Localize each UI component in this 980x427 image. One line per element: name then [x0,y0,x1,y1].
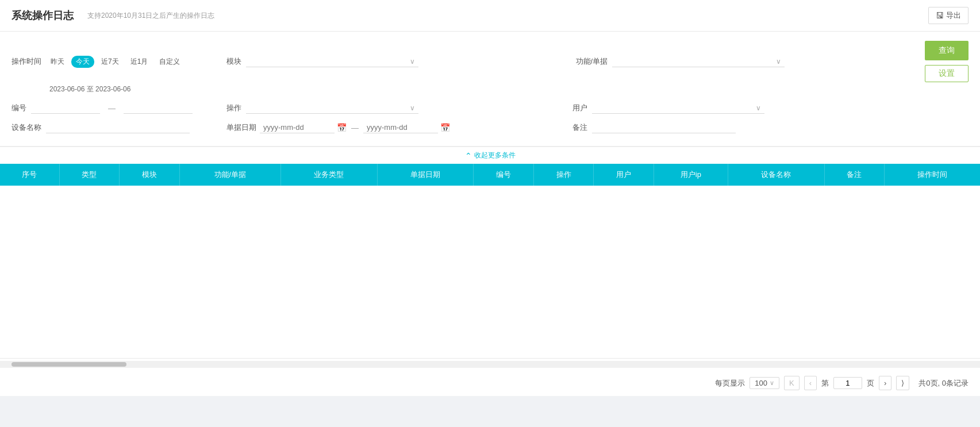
operation-label: 操作 [226,103,241,113]
col-voucher-date: 单据日期 [377,164,474,186]
col-module: 模块 [120,164,179,186]
device-input[interactable] [46,122,190,133]
date-end-input[interactable] [363,122,438,133]
col-biz-type: 业务类型 [281,164,378,186]
page-size-label: 每页显示 [715,378,745,388]
collapse-bar[interactable]: ⌃ 收起更多条件 [0,147,980,164]
export-icon: 🖫 [936,11,944,20]
module-filter: 模块 ∨ [226,56,562,67]
col-function: 功能/单据 [179,164,280,186]
module-select[interactable]: ∨ [246,56,418,67]
time-filter: 操作时间 昨天 今天 近7天 近1月 自定义 [11,56,213,68]
col-user: 用户 [594,164,654,186]
user-select[interactable]: ∨ [592,103,764,114]
empty-area [0,186,980,358]
collapse-up-icon: ⌃ [465,151,472,160]
page-size-select[interactable]: 100 ∨ [750,377,779,389]
time-option-7days[interactable]: 近7天 [97,56,124,68]
last-page-button[interactable]: ⟩ [896,376,909,390]
number-label: 编号 [11,103,26,113]
time-label: 操作时间 [11,56,41,67]
page-header: 系统操作日志 支持2020年10月31日之后产生的操作日志 🖫 导出 [0,0,980,32]
number-start-input[interactable] [31,102,100,114]
col-user-ip: 用户ip [654,164,728,186]
pagination-bar: 每页显示 100 ∨ K ‹ 第 页 › ⟩ 共0页, 0条记录 [0,370,980,396]
horizontal-scrollbar[interactable] [0,361,980,368]
setting-button[interactable]: 设置 [925,65,969,82]
remark-filter: 备注 [572,122,905,133]
prev-page-button[interactable]: ‹ [804,376,817,390]
chevron-down-icon4: ∨ [756,104,761,112]
operation-filter: 操作 ∨ [226,103,559,114]
function-filter: 功能/单据 ∨ [576,56,912,67]
time-option-custom[interactable]: 自定义 [155,56,185,68]
function-select[interactable]: ∨ [612,56,785,67]
voucher-date-filter: 单据日期 📅 — 📅 [226,122,559,133]
collapse-label: 收起更多条件 [474,151,516,160]
page-end-label: 页 [867,378,874,388]
export-button[interactable]: 🖫 导出 [928,7,969,24]
remark-label: 备注 [572,122,587,133]
chevron-down-icon: ∨ [410,57,415,66]
date-range-display: 2023-06-06 至 2023-06-06 [49,85,130,93]
date-range-input: 📅 — 📅 [260,122,450,133]
filter-area: 操作时间 昨天 今天 近7天 近1月 自定义 模块 ∨ 功能/单据 ∨ [0,32,980,147]
date-separator: — [351,124,359,132]
first-page-button[interactable]: K [784,376,800,390]
page-number-input[interactable] [833,377,862,389]
number-dash: — [108,104,116,113]
time-option-today[interactable]: 今天 [71,56,94,68]
time-options: 昨天 今天 近7天 近1月 自定义 [46,56,185,68]
user-label: 用户 [572,103,587,113]
device-filter: 设备名称 [11,122,213,133]
operation-select[interactable]: ∨ [246,103,418,114]
next-page-button[interactable]: › [879,376,891,390]
page-label: 第 [821,378,829,388]
col-operation: 操作 [533,164,593,186]
number-filter: 编号 — [11,102,213,114]
user-filter: 用户 ∨ [572,103,905,114]
col-type: 类型 [59,164,119,186]
calendar-end-icon[interactable]: 📅 [440,123,450,132]
chevron-down-icon3: ∨ [410,104,415,112]
col-remark: 备注 [824,164,884,186]
table-header: 序号 类型 模块 功能/单据 业务类型 单据日期 编号 操作 用户 用户ip 设… [0,164,980,186]
col-number: 编号 [474,164,533,186]
page-subtitle: 支持2020年10月31日之后产生的操作日志 [87,11,214,21]
table-container: 序号 类型 模块 功能/单据 业务类型 单据日期 编号 操作 用户 用户ip 设… [0,164,980,358]
scrollbar-thumb [11,362,126,367]
page-size-value: 100 [755,379,767,387]
scrollbar-area [0,358,980,370]
remark-input[interactable] [592,122,736,133]
col-op-time: 操作时间 [884,164,980,186]
number-end-input[interactable] [124,102,193,114]
data-table: 序号 类型 模块 功能/单据 业务类型 单据日期 编号 操作 用户 用户ip 设… [0,164,980,186]
function-label: 功能/单据 [576,56,608,67]
date-start-input[interactable] [260,122,335,133]
query-button[interactable]: 查询 [925,41,969,60]
calendar-start-icon[interactable]: 📅 [337,123,347,132]
export-label: 导出 [946,10,961,21]
col-device: 设备名称 [728,164,824,186]
col-index: 序号 [0,164,59,186]
page-title: 系统操作日志 [11,9,74,22]
action-buttons: 查询 设置 [925,41,969,82]
chevron-down-icon2: ∨ [776,57,781,66]
voucher-date-label: 单据日期 [226,122,256,133]
module-label: 模块 [226,56,241,67]
page-size-chevron: ∨ [770,379,774,387]
time-option-yesterday[interactable]: 昨天 [46,56,69,68]
time-option-1month[interactable]: 近1月 [126,56,153,68]
total-info: 共0页, 0条记录 [918,378,969,388]
device-label: 设备名称 [11,122,41,133]
